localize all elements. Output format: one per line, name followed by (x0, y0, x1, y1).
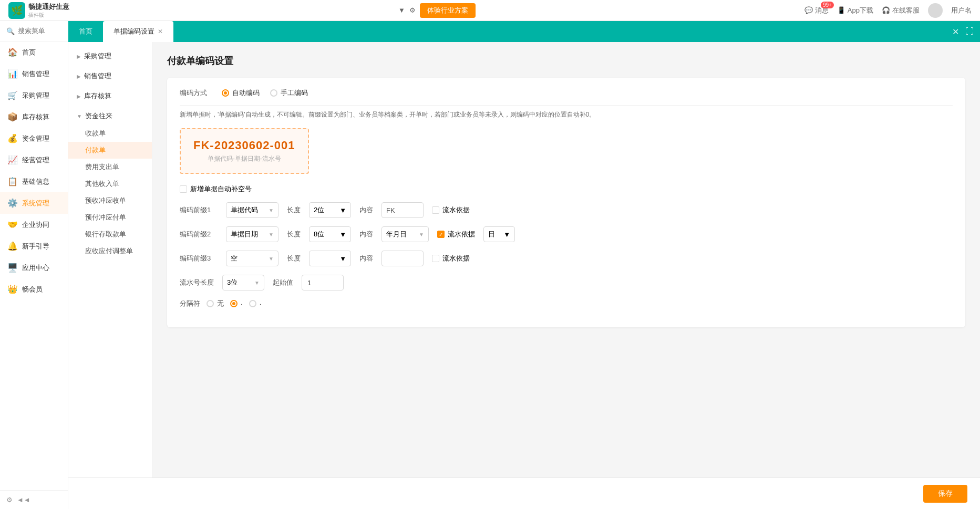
manual-encoding-option[interactable]: 手工编码 (270, 88, 308, 98)
divider1 (180, 105, 953, 106)
sidebar-item-inventory[interactable]: 📦 库存核算 (0, 106, 68, 128)
stream1-checkbox-label[interactable]: 流水依据 (432, 205, 470, 215)
sep-dot2-radio[interactable] (249, 300, 256, 307)
app-icon: 📱 (837, 6, 845, 14)
example-sub: 单据代码-单据日期-流水号 (193, 154, 295, 163)
sub-item-prepay-payable[interactable]: 预付冲应付单 (68, 209, 152, 226)
sidebar-item-basic[interactable]: 📋 基础信息 (0, 171, 68, 192)
save-button[interactable]: 保存 (923, 485, 967, 503)
prefix3-arrow-icon: ▼ (269, 256, 274, 262)
example-box: FK-20230602-001 单据代码-单据日期-流水号 (180, 128, 309, 174)
sub-item-expense[interactable]: 费用支出单 (68, 159, 152, 175)
manual-encoding-radio[interactable] (270, 89, 277, 97)
experience-button[interactable]: 体验行业方案 (420, 3, 476, 18)
content2-arrow-icon: ▼ (419, 232, 424, 237)
collapse-icon[interactable]: ◄◄ (17, 496, 30, 504)
sidebar-item-enterprise[interactable]: 🤝 企业协同 (0, 214, 68, 235)
sub-item-prepay-payable-label: 预付冲应付单 (85, 213, 126, 221)
length1-select[interactable]: 2位 ▼ (309, 202, 351, 218)
sidebar-item-appstore[interactable]: 🖥️ 应用中心 (0, 257, 68, 278)
sidebar-item-system[interactable]: ⚙️ 系统管理 (0, 192, 68, 214)
sep-dot-label: · (241, 300, 243, 308)
tab-home[interactable]: 首页 (68, 21, 103, 42)
auto-encoding-option[interactable]: 自动编码 (222, 88, 260, 98)
fullscreen-expand-icon[interactable]: ⛶ (965, 27, 974, 36)
sub-group-inventory-title[interactable]: ▶ 库存核算 (68, 87, 152, 105)
sidebar-bottom: ⚙ ◄◄ (0, 490, 68, 509)
sub-group-inventory-label: 库存核算 (84, 91, 111, 101)
sidebar-item-home[interactable]: 🏠 首页 (0, 41, 68, 63)
online-service-button[interactable]: 🎧 在线客服 (882, 6, 920, 15)
search-menu[interactable]: 🔍 搜索菜单 (0, 21, 68, 41)
day-arrow-icon: ▼ (503, 231, 510, 238)
sub-item-payment[interactable]: 付款单 (68, 142, 152, 159)
group-capital-arrow: ▼ (77, 113, 82, 119)
serial-row: 流水号长度 3位 ▼ 起始值 (180, 275, 953, 290)
stream3-checkbox-label[interactable]: 流水依据 (432, 254, 470, 263)
prefix1-arrow-icon: ▼ (269, 207, 274, 213)
sidebar-item-management[interactable]: 📈 经营管理 (0, 149, 68, 171)
serial-length-arrow-icon: ▼ (254, 280, 260, 286)
tab-close-icon[interactable]: ✕ (158, 28, 163, 35)
sub-group-purchase-label: 采购管理 (84, 51, 111, 61)
manual-encoding-label: 手工编码 (281, 88, 308, 98)
sub-item-receipt[interactable]: 收款单 (68, 125, 152, 142)
user-avatar[interactable] (928, 3, 943, 18)
sub-item-adjust[interactable]: 应收应付调整单 (68, 243, 152, 259)
stream2-checkbox-label[interactable]: ✓ 流水依据 (437, 230, 475, 239)
sub-group-sales-title[interactable]: ▶ 销售管理 (68, 67, 152, 85)
sub-item-bank[interactable]: 银行存取款单 (68, 226, 152, 243)
fullscreen-close-icon[interactable]: ✕ (952, 27, 959, 37)
content2-select[interactable]: 年月日 ▼ (381, 226, 429, 242)
prefix2-select[interactable]: 单据日期 ▼ (226, 226, 278, 242)
sidebar-purchase-label: 采购管理 (22, 91, 49, 100)
sidebar-basic-label: 基础信息 (22, 177, 49, 186)
auto-encoding-label: 自动编码 (232, 88, 260, 98)
sub-item-other-income[interactable]: 其他收入单 (68, 175, 152, 192)
tab-encoding[interactable]: 单据编码设置 ✕ (103, 21, 173, 42)
tab-home-label: 首页 (79, 27, 92, 36)
guide-icon: 🔔 (7, 241, 18, 251)
sidebar-item-member[interactable]: 👑 畅会员 (0, 278, 68, 300)
sub-group-purchase-title[interactable]: ▶ 采购管理 (68, 47, 152, 65)
sub-group-capital-title[interactable]: ▼ 资金往来 (68, 107, 152, 125)
stream1-checkbox[interactable] (432, 206, 439, 214)
sub-item-bank-label: 银行存取款单 (85, 230, 126, 238)
sub-item-prepay-receivable[interactable]: 预收冲应收单 (68, 192, 152, 209)
prefix3-select[interactable]: 空 ▼ (226, 251, 278, 266)
sidebar-item-guide[interactable]: 🔔 新手引导 (0, 235, 68, 257)
auto-fill-checkbox[interactable] (180, 185, 187, 193)
settings-icon[interactable]: ⚙ (409, 6, 416, 14)
stream2-checkbox[interactable]: ✓ (437, 231, 445, 238)
sidebar-home-label: 首页 (22, 48, 36, 57)
day-select[interactable]: 日 ▼ (483, 226, 515, 242)
sub-item-receipt-label: 收款单 (85, 129, 106, 137)
sidebar-item-purchase[interactable]: 🛒 采购管理 (0, 85, 68, 106)
prefix1-select[interactable]: 单据代码 ▼ (226, 202, 278, 218)
stream3-checkbox[interactable] (432, 255, 439, 262)
auto-fill-checkbox-label[interactable]: 新增单据自动补空号 (180, 184, 953, 194)
basic-icon: 📋 (7, 176, 18, 186)
auto-encoding-radio[interactable] (222, 89, 229, 97)
sidebar-item-sales[interactable]: 📊 销售管理 (0, 63, 68, 85)
length2-select[interactable]: 8位 ▼ (309, 226, 351, 242)
dropdown-toggle[interactable]: ▼ (398, 6, 405, 14)
top-bar-right: 💬 消息 99+ 📱 App下载 🎧 在线客服 用户名 (804, 3, 972, 18)
messages-button[interactable]: 💬 消息 99+ (804, 6, 829, 15)
sep-dot-option[interactable]: · (230, 300, 243, 308)
group-purchase-arrow: ▶ (77, 54, 81, 59)
length3-select[interactable]: ▼ (309, 251, 351, 266)
sep-dot-radio[interactable] (230, 300, 238, 307)
settings-bottom-icon[interactable]: ⚙ (6, 496, 13, 504)
serial-length-select[interactable]: 3位 ▼ (222, 275, 264, 290)
length3-label: 长度 (287, 254, 301, 263)
serial-start-input[interactable] (302, 275, 344, 290)
sub-group-inventory: ▶ 库存核算 (68, 87, 152, 105)
content1-label: 内容 (359, 205, 373, 215)
sep-none-option[interactable]: 无 (207, 299, 224, 308)
sep-dot2-option[interactable]: · (249, 300, 262, 308)
app-download-button[interactable]: 📱 App下载 (837, 6, 873, 15)
sidebar-item-finance[interactable]: 💰 资金管理 (0, 128, 68, 149)
main: 首页 单据编码设置 ✕ ✕ ⛶ ▶ 采购管理 (68, 21, 980, 509)
sep-none-radio[interactable] (207, 300, 214, 307)
